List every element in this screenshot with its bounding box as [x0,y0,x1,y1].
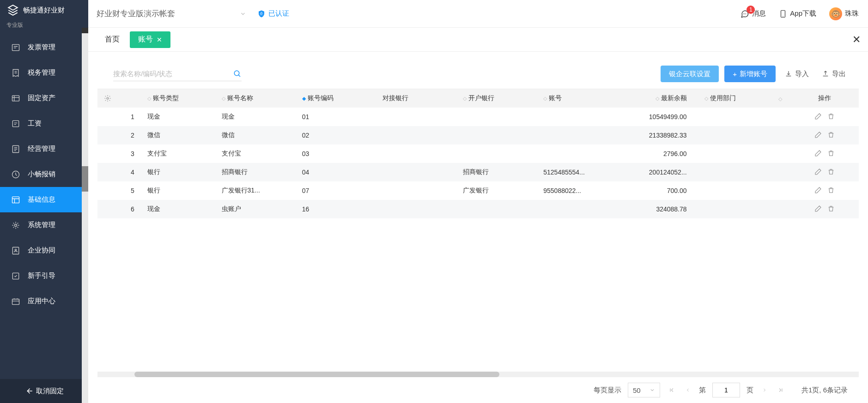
user-name: 珠珠 [845,9,859,18]
th-extra[interactable]: ◇ [772,89,790,108]
tab-home-label: 首页 [105,35,120,44]
svg-point-16 [783,16,784,17]
horizontal-scrollbar[interactable] [97,372,859,377]
account-set-name: 好业财专业版演示帐套 [97,8,175,19]
nav-label: 工资 [28,119,42,128]
cell-acct [537,144,617,163]
search-icon[interactable] [233,70,242,78]
cell-index: 1 [97,108,141,126]
svg-text:企: 企 [260,12,263,16]
table-row[interactable]: 5银行广发银行31...07广发银行955088022...700.00 [97,181,859,200]
edit-icon[interactable] [814,205,822,212]
th-op: 操作 [791,89,859,108]
cell-extra [772,181,790,200]
th-dockbank[interactable]: 对接银行 [376,89,456,108]
cell-index: 4 [97,163,141,181]
cell-balance: 2796.00 [617,144,698,163]
edit-icon[interactable] [814,113,822,120]
settings-column-header[interactable] [97,89,141,108]
sidebar-item-10[interactable]: 应用中心 [0,289,88,314]
cell-name: 广发银行31... [215,181,296,200]
delete-icon[interactable] [827,113,835,120]
th-openbank[interactable]: ◇开户银行 [456,89,537,108]
nav-icon [11,43,20,52]
edition-label: 专业版 [0,21,88,33]
page-input[interactable] [712,383,740,397]
cell-dockbank [376,163,456,181]
user-menu[interactable]: 🐵 珠珠 [829,7,859,20]
cell-openbank: 招商银行 [456,163,537,181]
sidebar-item-1[interactable]: 税务管理 [0,60,88,85]
delete-icon[interactable] [827,131,835,138]
nav-label: 应用中心 [28,297,55,306]
table-row[interactable]: 3支付宝支付宝032796.00 [97,144,859,163]
unpin-button[interactable]: 取消固定 [0,379,88,403]
svg-rect-2 [12,120,18,126]
import-label: 导入 [795,70,809,78]
table-row[interactable]: 2微信微信0221338982.33 [97,126,859,144]
verified-badge: 企 已认证 [257,9,289,18]
cell-code: 07 [296,181,376,200]
edit-icon[interactable] [814,168,822,175]
brand-name: 畅捷通好业财 [23,6,65,15]
yinqi-settings-button[interactable]: 银企云联设置 [661,66,719,82]
delete-icon[interactable] [827,150,835,157]
sidebar-item-4[interactable]: 经营管理 [0,136,88,162]
sidebar-item-8[interactable]: 企业协同 [0,238,88,263]
edit-icon[interactable] [814,150,822,157]
tab-close-icon[interactable]: ✕ [157,36,162,43]
account-set-selector[interactable]: 好业财专业版演示帐套 [97,8,246,19]
add-account-label: 新增账号 [740,70,767,78]
per-page-value: 50 [633,386,641,394]
sidebar-item-0[interactable]: 发票管理 [0,35,88,60]
search-input[interactable] [113,70,229,78]
tab-account[interactable]: 账号 ✕ [130,31,170,48]
sidebar-item-3[interactable]: 工资 [0,111,88,136]
unpin-label: 取消固定 [36,387,64,396]
th-type[interactable]: ◇账号类型 [141,89,215,108]
sidebar-item-2[interactable]: 固定资产 [0,85,88,111]
import-button[interactable]: 导入 [781,70,813,78]
table-row[interactable]: 4银行招商银行04招商银行5125485554...200124052... [97,163,859,181]
edit-icon[interactable] [814,131,822,138]
sidebar-item-5[interactable]: 小畅报销 [0,162,88,187]
sidebar-item-7[interactable]: 系统管理 [0,212,88,238]
tabs-bar: 首页 账号 ✕ ✕ [88,28,868,52]
export-button[interactable]: 导出 [818,70,850,78]
cell-balance: 21338982.33 [617,126,698,144]
cell-openbank [456,144,537,163]
app-download-button[interactable]: App下载 [779,9,816,18]
sidebar-item-6[interactable]: 基础信息 [0,187,88,212]
delete-icon[interactable] [827,186,835,194]
delete-icon[interactable] [827,205,835,212]
cell-type: 微信 [141,126,215,144]
page-last-button[interactable] [776,387,786,393]
th-dept[interactable]: ◇使用部门 [698,89,772,108]
table-row[interactable]: 1现金现金0110549499.00 [97,108,859,126]
delete-icon[interactable] [827,168,835,175]
sidebar-item-9[interactable]: 新手引导 [0,263,88,289]
close-all-tabs-icon[interactable]: ✕ [852,34,861,46]
add-account-button[interactable]: + 新增账号 [724,66,776,82]
th-acct[interactable]: ◇账号 [537,89,617,108]
messages-button[interactable]: 1 消息 [740,9,766,18]
th-name[interactable]: ◇账号名称 [215,89,296,108]
svg-rect-1 [12,96,19,101]
page-first-button[interactable] [667,387,677,393]
page-next-button[interactable] [760,387,769,393]
cell-index: 2 [97,126,141,144]
edit-icon[interactable] [814,186,822,194]
per-page-select[interactable]: 50 [628,383,660,397]
tab-home[interactable]: 首页 [97,31,128,48]
cell-index: 5 [97,181,141,200]
th-code[interactable]: ◆账号编码 [296,89,376,108]
nav-label: 固定资产 [28,94,55,102]
cell-dept [698,108,772,126]
table-row[interactable]: 6现金虫账户16324088.78 [97,200,859,218]
page-prev-button[interactable] [683,387,692,393]
th-balance[interactable]: ◇最新余额 [617,89,698,108]
topbar: 好业财专业版演示帐套 企 已认证 1 消息 [88,0,868,28]
cell-dept [698,181,772,200]
sidebar-scrollbar[interactable] [82,28,88,403]
brand-logo: 畅捷通好业财 [0,0,88,21]
